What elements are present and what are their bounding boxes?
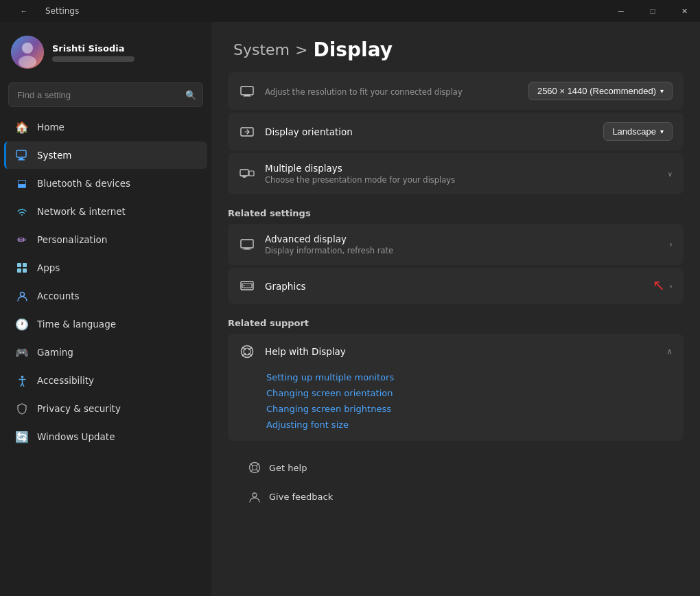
personalization-icon: ✏️ [15, 233, 29, 247]
sidebar-item-time[interactable]: 🕐 Time & language [4, 310, 207, 338]
sidebar-item-privacy[interactable]: Privacy & security [4, 395, 207, 422]
svg-point-10 [20, 292, 24, 296]
avatar [11, 36, 44, 69]
graphics-icon [239, 278, 255, 295]
sidebar-item-home[interactable]: 🏠 Home [4, 113, 207, 141]
resolution-action[interactable]: 2560 × 1440 (Recommended) ▾ [528, 82, 673, 100]
svg-point-11 [21, 376, 23, 378]
get-help-item[interactable]: Get help [244, 455, 667, 481]
help-link-orientation[interactable]: Changing screen orientation [266, 388, 673, 398]
sidebar-item-personalization[interactable]: ✏️ Personalization [4, 226, 207, 253]
orientation-action[interactable]: Landscape ▾ [603, 122, 673, 141]
maximize-button[interactable]: □ [637, 0, 668, 22]
user-info: Srishti Sisodia [52, 43, 135, 62]
help-section: Help with Display ∧ Setting up multiple … [228, 334, 684, 441]
content-area: Adjust the resolution to fit your connec… [211, 72, 700, 537]
sidebar-item-apps[interactable]: Apps [4, 254, 207, 282]
nav-list: 🏠 Home System ⬓ Bluetooth & devices [0, 113, 211, 451]
titlebar: ← Settings ─ □ ✕ [0, 0, 700, 22]
sidebar-item-gaming[interactable]: 🎮 Gaming [4, 339, 207, 366]
breadcrumb-sep: > [295, 41, 307, 58]
help-chevron-icon[interactable]: ∧ [666, 347, 673, 356]
orientation-text: Display orientation [265, 126, 594, 137]
time-icon: 🕐 [15, 317, 29, 331]
resolution-dropdown[interactable]: 2560 × 1440 (Recommended) ▾ [528, 82, 673, 100]
chevron-down-icon: ▾ [660, 128, 664, 135]
give-feedback-icon [247, 489, 262, 504]
svg-rect-4 [19, 158, 23, 159]
help-link-fontsize[interactable]: Adjusting font size [266, 420, 673, 430]
advanced-display-sub: Display information, refresh rate [265, 246, 660, 255]
bottom-links: Get help Give feedback [228, 444, 684, 520]
sidebar-item-system[interactable]: System [4, 141, 207, 169]
svg-point-23 [244, 285, 245, 286]
main-content: System > Display Adjust the resolution t… [211, 22, 700, 596]
svg-rect-8 [17, 268, 21, 273]
sidebar-item-label: Personalization [37, 234, 107, 245]
sidebar-item-accounts[interactable]: Accounts [4, 282, 207, 310]
multiple-displays-row[interactable]: Multiple displays Choose the presentatio… [228, 153, 684, 194]
help-header[interactable]: Help with Display ∧ [228, 334, 684, 369]
advanced-display-icon [239, 236, 255, 253]
sidebar-item-windowsupdate[interactable]: 🔄 Windows Update [4, 423, 207, 450]
user-name: Srishti Sisodia [52, 43, 135, 54]
resolution-row[interactable]: Adjust the resolution to fit your connec… [228, 72, 684, 110]
advanced-display-row[interactable]: Advanced display Display information, re… [228, 224, 684, 265]
svg-point-2 [19, 56, 36, 68]
svg-rect-16 [249, 171, 254, 176]
multiple-displays-text: Multiple displays Choose the presentatio… [265, 163, 658, 185]
app-title: Settings [45, 6, 79, 16]
accounts-icon [15, 289, 29, 303]
search-input[interactable] [8, 82, 203, 107]
svg-rect-18 [243, 177, 246, 178]
sidebar-item-label: Time & language [37, 319, 116, 330]
svg-rect-24 [246, 285, 250, 286]
home-icon: 🏠 [15, 120, 29, 134]
orientation-dropdown[interactable]: Landscape ▾ [603, 122, 673, 141]
graphics-row[interactable]: Graphics ↑ › [228, 268, 684, 304]
breadcrumb-current: Display [313, 38, 392, 61]
svg-point-29 [253, 493, 257, 497]
multiple-displays-sub: Choose the presentation mode for your di… [265, 175, 658, 185]
multiple-displays-icon [239, 165, 255, 182]
svg-rect-9 [23, 268, 27, 273]
orientation-row[interactable]: Display orientation Landscape ▾ [228, 113, 684, 150]
sidebar-item-label: Network & internet [37, 206, 126, 217]
help-title-text: Help with Display [265, 346, 657, 357]
system-icon [15, 148, 29, 162]
sidebar-item-network[interactable]: Network & internet [4, 198, 207, 225]
advanced-display-action: › [669, 240, 673, 249]
graphics-text: Graphics [265, 281, 643, 292]
multiple-displays-action[interactable]: ∨ [668, 170, 673, 178]
resolution-sub: Adjust the resolution to fit your connec… [265, 87, 519, 97]
sidebar-item-label: Accounts [37, 290, 80, 301]
svg-point-1 [22, 43, 33, 54]
give-feedback-item[interactable]: Give feedback [244, 483, 667, 509]
chevron-down-icon: ▾ [660, 87, 664, 95]
help-link-brightness[interactable]: Changing screen brightness [266, 404, 673, 414]
help-links: Setting up multiple monitors Changing sc… [228, 369, 684, 441]
sidebar-item-bluetooth[interactable]: ⬓ Bluetooth & devices [4, 170, 207, 197]
back-button[interactable]: ← [8, 0, 40, 22]
sidebar: Srishti Sisodia 🔍 🏠 Home [0, 22, 211, 596]
windowsupdate-icon: 🔄 [15, 430, 29, 444]
graphics-title: Graphics [265, 281, 643, 292]
arrow-right-icon: › [669, 282, 673, 291]
bluetooth-icon: ⬓ [15, 176, 29, 190]
sidebar-item-label: Windows Update [37, 431, 115, 442]
red-arrow-icon: ↑ [649, 275, 670, 297]
help-link-monitors[interactable]: Setting up multiple monitors [266, 372, 673, 382]
resolution-icon [239, 83, 255, 100]
sidebar-item-accessibility[interactable]: Accessibility [4, 367, 207, 394]
breadcrumb-parent: System [233, 41, 290, 58]
minimize-button[interactable]: ─ [605, 0, 637, 22]
give-feedback-label: Give feedback [269, 492, 333, 502]
user-section[interactable]: Srishti Sisodia [0, 22, 211, 80]
close-button[interactable]: ✕ [668, 0, 700, 22]
chevron-up-icon: ∨ [668, 170, 673, 178]
related-settings-label: Related settings [228, 197, 684, 224]
svg-rect-7 [23, 263, 27, 267]
advanced-display-title: Advanced display [265, 233, 660, 244]
graphics-action: ↑ › [653, 277, 673, 295]
sidebar-item-label: Accessibility [37, 375, 94, 386]
